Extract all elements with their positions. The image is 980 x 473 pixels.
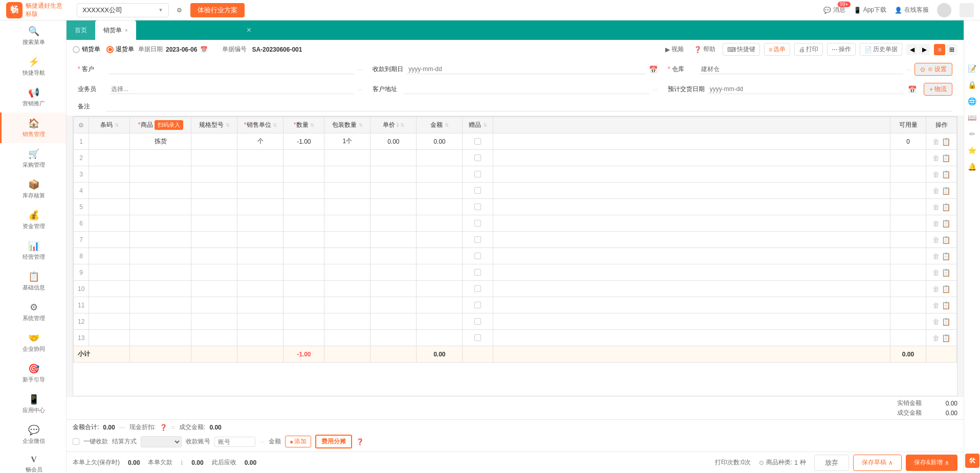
expected-date-calendar-icon[interactable]: 📅	[908, 85, 917, 94]
operation-button[interactable]: ⋯ 操作	[827, 43, 856, 56]
row-copy-icon[interactable]: 📋	[942, 203, 950, 211]
next-button[interactable]: ▶	[919, 44, 930, 55]
row-copy-icon[interactable]: 📋	[942, 138, 950, 146]
company-selector[interactable]: XXXXXX公司 ▼	[77, 3, 169, 17]
experience-button[interactable]: 体验行业方案	[190, 3, 245, 17]
scan-button[interactable]: 扫码录入	[155, 120, 183, 130]
row-copy-icon[interactable]: 📋	[942, 236, 950, 244]
rp-lock-icon[interactable]: 🔒	[965, 78, 979, 92]
row-copy-icon[interactable]: 📋	[942, 170, 950, 178]
user-menu[interactable]	[960, 3, 974, 17]
sidebar-item-shortcut[interactable]: ⚡ 快捷导航	[0, 51, 66, 82]
flow-button[interactable]: + 物流	[924, 83, 952, 96]
expense-button[interactable]: 费用分摊	[315, 435, 352, 448]
row-delete-icon[interactable]: 🗑	[932, 318, 940, 326]
sidebar-item-guide[interactable]: 🎯 新手引导	[0, 358, 66, 389]
sidebar-item-enterprise[interactable]: 🤝 企业协同	[0, 327, 66, 358]
tab-home[interactable]: 首页	[67, 20, 95, 40]
app-download-button[interactable]: 📱 App下载	[854, 6, 886, 14]
return-order-radio[interactable]: 退货单	[106, 45, 134, 54]
list-view-button[interactable]: ≡	[934, 44, 945, 55]
row-delete-icon[interactable]: 🗑	[932, 268, 940, 277]
tab-close-icon[interactable]: ×	[125, 28, 128, 33]
payment-method-select[interactable]	[141, 436, 182, 447]
sidebar-item-sales[interactable]: 🏠 销售管理	[0, 112, 66, 143]
discount-help-icon[interactable]: ❓	[160, 424, 167, 431]
customer-input[interactable]	[109, 64, 354, 74]
row-delete-icon[interactable]: 🗑	[932, 154, 940, 162]
add-payment-button[interactable]: ● 添加	[285, 436, 311, 447]
row-copy-icon[interactable]: 📋	[942, 187, 950, 195]
sidebar-item-wechat[interactable]: 💬 企业微信	[0, 419, 66, 450]
col-config-icon[interactable]: ⚙	[78, 122, 84, 129]
sidebar-item-purchase[interactable]: 🛒 采购管理	[0, 143, 66, 174]
total-owe-info-icon[interactable]: ℹ	[181, 459, 183, 466]
sidebar-item-inventory[interactable]: 📦 库存核算	[0, 174, 66, 205]
goods-type-checkbox[interactable]: ⊙	[759, 459, 764, 466]
row-copy-icon[interactable]: 📋	[942, 318, 950, 326]
row-delete-icon[interactable]: 🗑	[932, 334, 940, 342]
message-button[interactable]: 💬 消息 99+	[823, 6, 845, 14]
rp-star-icon[interactable]: ⭐	[965, 143, 979, 157]
row-copy-icon[interactable]: 📋	[942, 252, 950, 260]
salesperson-input[interactable]	[109, 84, 354, 94]
select-button[interactable]: ≡ 选单	[764, 43, 790, 56]
sidebar-item-search[interactable]: 🔍 搜索菜单	[0, 20, 66, 51]
sidebar-item-apps[interactable]: 📱 应用中心	[0, 389, 66, 419]
save-new-button[interactable]: 保存&新增 ∧	[906, 455, 957, 471]
sidebar-item-marketing[interactable]: 📢 营销推广	[0, 82, 66, 112]
row-delete-icon[interactable]: 🗑	[932, 236, 940, 244]
print-button[interactable]: 🖨 打印	[794, 43, 823, 56]
row-copy-icon[interactable]: 📋	[942, 219, 950, 228]
sales-order-radio[interactable]: 销货单	[73, 45, 100, 54]
customer-addr-input[interactable]	[404, 84, 649, 94]
row-delete-icon[interactable]: 🗑	[932, 285, 940, 293]
sidebar-item-system[interactable]: ⚙ 系统管理	[0, 297, 66, 327]
row-delete-icon[interactable]: 🗑	[932, 301, 940, 309]
sidebar-item-vip[interactable]: V 畅会员	[0, 450, 66, 473]
row-delete-icon[interactable]: 🗑	[932, 252, 940, 260]
row-copy-icon[interactable]: 📋	[942, 334, 950, 342]
due-date-calendar-icon[interactable]: 📅	[649, 65, 658, 74]
close-all-icon[interactable]: ×	[238, 26, 259, 35]
one-click-checkbox[interactable]	[73, 438, 79, 445]
row-copy-icon[interactable]: 📋	[942, 301, 950, 309]
row-delete-icon[interactable]: 🗑	[932, 138, 940, 146]
account-input[interactable]	[214, 437, 255, 447]
row-delete-icon[interactable]: 🗑	[932, 187, 940, 195]
tab-sales-order[interactable]: 销货单 ×	[95, 20, 136, 40]
settings-button[interactable]: ⊙ ⊙ 设置	[914, 63, 952, 76]
prev-button[interactable]: ◀	[906, 44, 918, 55]
settings-icon[interactable]: ⚙	[172, 3, 186, 17]
sidebar-item-operations[interactable]: 📊 经营管理	[0, 235, 66, 266]
warehouse-expand-icon[interactable]: ···	[906, 66, 911, 73]
row-copy-icon[interactable]: 📋	[942, 285, 950, 293]
rp-bell-icon[interactable]: 🔔	[965, 160, 979, 174]
salesperson-expand-icon[interactable]: ···	[357, 86, 362, 93]
discard-button[interactable]: 放弃	[814, 455, 849, 471]
calendar-icon[interactable]: 📅	[200, 46, 208, 53]
remark-input[interactable]	[106, 102, 952, 111]
rp-book-icon[interactable]: 📖	[965, 110, 979, 125]
user-avatar[interactable]	[937, 3, 951, 17]
row-delete-icon[interactable]: 🗑	[932, 170, 940, 178]
due-date-input[interactable]	[406, 64, 645, 74]
expense-help-icon[interactable]: ❓	[356, 438, 364, 445]
expected-date-input[interactable]	[708, 84, 905, 94]
save-draft-button[interactable]: 保存草稿 ∧	[853, 455, 902, 471]
grid-view-button[interactable]: ⊞	[946, 44, 957, 55]
row-copy-icon[interactable]: 📋	[942, 154, 950, 162]
rp-edit-icon[interactable]: 📝	[965, 61, 979, 76]
row-delete-icon[interactable]: 🗑	[932, 203, 940, 211]
shortcut-button[interactable]: ⌨ 快捷键	[723, 43, 760, 56]
customer-expand-icon[interactable]: ···	[357, 66, 362, 73]
rp-tool-icon[interactable]: 🛠	[965, 454, 979, 468]
help-button[interactable]: ❓ 帮助	[691, 45, 718, 54]
online-service-button[interactable]: 👤 在线客服	[895, 6, 929, 14]
history-button[interactable]: 📄 历史单据	[860, 43, 902, 56]
video-button[interactable]: ▶ 视频	[662, 45, 687, 54]
sidebar-item-basic[interactable]: 📋 基础信息	[0, 266, 66, 297]
addr-expand-icon[interactable]: ···	[652, 86, 658, 93]
account-expand-icon[interactable]: ···	[259, 438, 265, 445]
row-copy-icon[interactable]: 📋	[942, 268, 950, 277]
